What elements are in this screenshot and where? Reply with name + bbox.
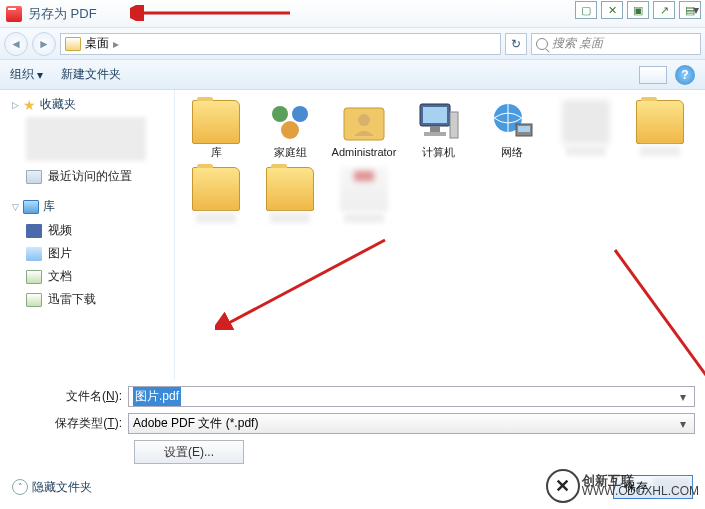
annotation-arrow-filename — [215, 230, 395, 330]
forward-button[interactable]: ► — [32, 32, 56, 56]
blurred-item — [26, 117, 146, 161]
ctrl-icon[interactable]: ▣ — [627, 1, 649, 19]
dropdown-icon[interactable]: ▾ — [676, 417, 690, 431]
homegroup-icon — [266, 100, 314, 144]
filename-value: 图片.pdf — [133, 387, 181, 406]
computer-icon — [414, 100, 462, 144]
download-icon — [26, 293, 42, 307]
search-icon — [536, 38, 548, 50]
video-icon — [26, 224, 42, 238]
breadcrumb[interactable]: 桌面 ▸ ▾ — [60, 33, 501, 55]
breadcrumb-dropdown-icon[interactable]: ▾ — [689, 3, 703, 17]
icon-library[interactable]: 库 — [179, 98, 253, 161]
body: ▷★收藏夹 最近访问的位置 ▽库 视频 图片 文档 迅雷下载 库 家庭组 Adm… — [0, 90, 705, 380]
annotation-arrow-title — [130, 5, 290, 21]
form-area: 文件名(N): 图片.pdf ▾ 保存类型(T): Adobe PDF 文件 (… — [0, 380, 705, 464]
svg-line-14 — [225, 240, 385, 325]
titlebar: 另存为 PDF ▢ ✕ ▣ ↗ ▤ — [0, 0, 705, 28]
library-folder-icon — [192, 100, 240, 144]
filename-label: 文件名(N): — [10, 388, 128, 405]
folder-icon — [192, 167, 240, 211]
organize-menu[interactable]: 组织▾ — [10, 66, 43, 83]
filename-input[interactable]: 图片.pdf ▾ — [128, 386, 695, 407]
sidebar-item-downloads[interactable]: 迅雷下载 — [12, 288, 170, 311]
new-folder-button[interactable]: 新建文件夹 — [61, 66, 121, 83]
sidebar-library-header[interactable]: ▽库 — [12, 198, 170, 215]
documents-icon — [26, 270, 42, 284]
icon-network[interactable]: 网络 — [475, 98, 549, 161]
chevron-up-icon: ˄ — [12, 479, 28, 495]
icon-computer[interactable]: 计算机 — [401, 98, 475, 161]
sidebar-item-pictures[interactable]: 图片 — [12, 242, 170, 265]
icon-blurred[interactable] — [549, 98, 623, 161]
help-button[interactable]: ? — [675, 65, 695, 85]
library-icon — [23, 200, 39, 214]
search-placeholder: 搜索 桌面 — [552, 35, 603, 52]
watermark-url: WWW.CDCXHL.COM — [582, 486, 699, 497]
sidebar-item-documents[interactable]: 文档 — [12, 265, 170, 288]
folder-icon — [266, 167, 314, 211]
svg-point-1 — [272, 106, 288, 122]
file-area[interactable]: 库 家庭组 Administrator 计算机 网络 — [175, 90, 705, 380]
view-mode-button[interactable] — [639, 66, 667, 84]
icon-administrator[interactable]: Administrator — [327, 98, 401, 161]
sidebar-favorites-header[interactable]: ▷★收藏夹 — [12, 96, 170, 113]
svg-point-5 — [358, 114, 370, 126]
pictures-icon — [26, 247, 42, 261]
settings-button[interactable]: 设置(E)... — [134, 440, 244, 464]
ctrl-icon[interactable]: ✕ — [601, 1, 623, 19]
refresh-button[interactable]: ↻ — [505, 33, 527, 55]
icon-folder[interactable] — [623, 98, 697, 161]
pdf-file-icon — [340, 167, 388, 211]
svg-rect-9 — [424, 132, 446, 136]
ctrl-icon[interactable]: ↗ — [653, 1, 675, 19]
svg-rect-8 — [430, 126, 440, 132]
star-icon: ★ — [23, 97, 36, 113]
watermark-logo: ✕ — [546, 469, 580, 503]
breadcrumb-location: 桌面 — [85, 35, 109, 52]
icon-folder[interactable] — [179, 165, 253, 225]
window-extra-controls: ▢ ✕ ▣ ↗ ▤ — [575, 1, 701, 19]
toolbar: 组织▾ 新建文件夹 ? — [0, 60, 705, 90]
pdf-icon — [6, 6, 22, 22]
filetype-value: Adobe PDF 文件 (*.pdf) — [133, 415, 258, 432]
sidebar-recent[interactable]: 最近访问的位置 — [12, 165, 170, 188]
network-icon — [488, 100, 536, 144]
recent-icon — [26, 170, 42, 184]
hide-folders-toggle[interactable]: ˄ 隐藏文件夹 — [12, 479, 92, 496]
watermark: ✕ 创新互联 WWW.CDCXHL.COM — [546, 469, 699, 503]
svg-rect-13 — [518, 126, 530, 132]
icon-folder[interactable] — [253, 165, 327, 225]
nav-row: ◄ ► 桌面 ▸ ▾ ↻ 搜索 桌面 — [0, 28, 705, 60]
icon-homegroup[interactable]: 家庭组 — [253, 98, 327, 161]
svg-rect-10 — [450, 112, 458, 138]
folder-icon — [636, 100, 684, 144]
svg-rect-7 — [423, 107, 447, 123]
svg-point-3 — [281, 121, 299, 139]
search-input[interactable]: 搜索 桌面 — [531, 33, 701, 55]
expand-icon: ▽ — [12, 202, 19, 212]
blurred-icon — [562, 100, 610, 144]
back-button[interactable]: ◄ — [4, 32, 28, 56]
collapse-icon: ▷ — [12, 100, 19, 110]
desktop-icon — [65, 37, 81, 51]
sidebar: ▷★收藏夹 最近访问的位置 ▽库 视频 图片 文档 迅雷下载 — [0, 90, 175, 380]
ctrl-icon[interactable]: ▢ — [575, 1, 597, 19]
filetype-combo[interactable]: Adobe PDF 文件 (*.pdf) ▾ — [128, 413, 695, 434]
chevron-right-icon: ▸ — [113, 37, 119, 51]
chevron-down-icon: ▾ — [37, 68, 43, 82]
sidebar-item-video[interactable]: 视频 — [12, 219, 170, 242]
user-folder-icon — [340, 100, 388, 144]
filetype-label: 保存类型(T): — [10, 415, 128, 432]
window-title: 另存为 PDF — [28, 5, 97, 23]
svg-point-2 — [292, 106, 308, 122]
dropdown-icon[interactable]: ▾ — [676, 390, 690, 404]
icon-pdf-file[interactable] — [327, 165, 401, 225]
